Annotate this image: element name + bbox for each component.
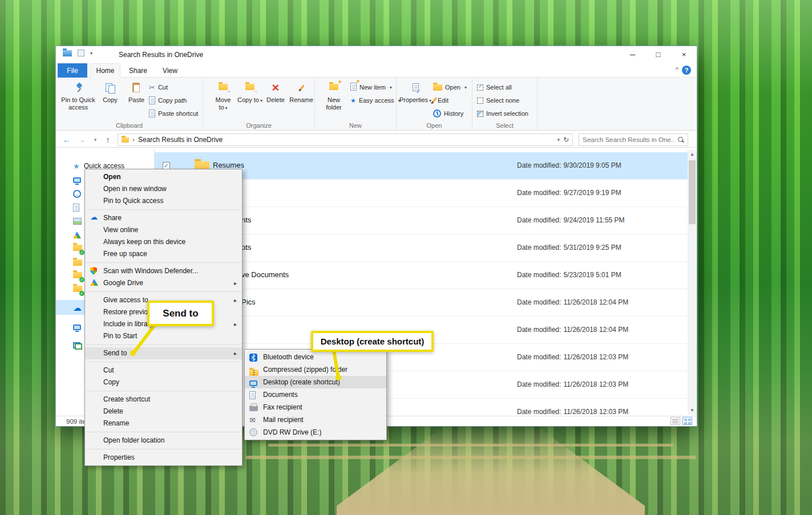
menu-item-copy[interactable]: Copy — [85, 376, 242, 388]
button-label: Easy access — [359, 97, 394, 104]
select-all-icon — [477, 84, 483, 91]
submenu-item-bluetooth-device[interactable]: Bluetooth device — [245, 351, 386, 363]
thumbnails-view-button[interactable] — [682, 417, 692, 425]
menu-item-view-online[interactable]: View online — [85, 224, 242, 236]
minimize-button[interactable]: ─ — [620, 46, 645, 63]
paste-button[interactable]: Paste — [124, 79, 148, 120]
address-dropdown-icon[interactable]: ▾ — [557, 137, 560, 143]
menu-item-delete[interactable]: Delete — [85, 405, 242, 417]
paste-shortcut-button[interactable]: Paste shortcut — [149, 108, 198, 119]
sidebar-item[interactable] — [73, 202, 86, 213]
tab-share[interactable]: Share — [123, 63, 153, 78]
back-button[interactable]: ← — [60, 133, 73, 146]
edit-pencil-icon — [431, 97, 437, 104]
scrollbar-thumb[interactable] — [689, 160, 696, 224]
rename-button[interactable]: Rename — [289, 79, 314, 120]
group-label: Organize — [203, 122, 314, 129]
new-item-button[interactable]: New item ▾ — [350, 82, 392, 93]
menu-item-open[interactable]: Open — [85, 171, 242, 183]
move-to-icon: → — [219, 80, 228, 95]
sidebar-item[interactable] — [73, 216, 86, 227]
date-modified: Date modified:9/27/2019 9:19 PM — [517, 189, 621, 197]
menu-item-open-folder-location[interactable]: Open folder location — [85, 435, 242, 447]
sidebar-item[interactable]: ↓ — [73, 188, 86, 200]
menu-separator — [86, 391, 241, 391]
menu-item-share[interactable]: ☁ Share — [85, 212, 242, 224]
sidebar-item[interactable] — [73, 243, 86, 254]
sidebar-item[interactable] — [73, 270, 86, 282]
menu-item-scan-with-defender[interactable]: Scan with Windows Defender... — [85, 265, 242, 277]
sidebar-item[interactable] — [73, 257, 86, 268]
qat-customize-dropdown-icon[interactable]: ▾ — [90, 51, 92, 56]
sidebar-item[interactable] — [73, 284, 86, 295]
easy-access-button[interactable]: ★ Easy access ▾ — [350, 95, 401, 106]
select-all-button[interactable]: Select all — [477, 82, 512, 93]
search-input[interactable] — [583, 136, 674, 143]
cut-button[interactable]: ✂ Cut — [149, 82, 168, 93]
menu-item-rename[interactable]: Rename — [85, 417, 242, 429]
menu-item-send-to[interactable]: Send to ▸ — [85, 347, 242, 359]
edit-button[interactable]: Edit — [433, 95, 449, 106]
menu-item-always-keep-on-device[interactable]: Always keep on this device — [85, 236, 242, 248]
sidebar-item[interactable] — [73, 229, 86, 241]
sidebar-item[interactable] — [73, 175, 86, 186]
move-to-button[interactable]: → Move to▾ — [211, 79, 236, 120]
button-label: Copy — [103, 96, 118, 104]
file-name: Pics — [241, 298, 256, 306]
close-button[interactable]: × — [671, 46, 697, 63]
menu-item-cut[interactable]: Cut — [85, 364, 242, 376]
menu-item-open-in-new-window[interactable]: Open in new window — [85, 183, 242, 195]
up-button[interactable]: ↑ — [102, 133, 114, 146]
details-view-button[interactable] — [670, 417, 680, 425]
scroll-down-icon[interactable]: ▼ — [688, 406, 697, 415]
sidebar-item-this-pc[interactable] — [73, 322, 86, 333]
menu-item-pin-to-quick-access[interactable]: Pin to Quick access — [85, 195, 242, 207]
refresh-icon[interactable]: ↻ — [563, 136, 569, 144]
tab-file[interactable]: File — [58, 63, 87, 78]
collapse-ribbon-icon[interactable]: ^ — [676, 66, 678, 73]
breadcrumb[interactable]: Search Results in OneDrive — [138, 136, 223, 144]
copy-button[interactable]: Copy — [98, 79, 122, 120]
forward-button[interactable]: → — [75, 133, 88, 146]
recent-locations-dropdown-icon[interactable]: ▾ — [89, 133, 102, 146]
search-icon[interactable] — [677, 136, 684, 143]
menu-item-google-drive[interactable]: Google Drive ▸ — [85, 277, 242, 289]
quick-access-toolbar: ▾ — [63, 50, 92, 56]
maximize-button[interactable]: □ — [645, 46, 671, 63]
pin-to-quick-access-button[interactable]: Pin to Quick access — [60, 79, 96, 120]
delete-button[interactable]: × Delete — [262, 79, 289, 120]
search-box[interactable] — [579, 133, 688, 146]
help-icon[interactable]: ? — [682, 66, 691, 75]
open-button[interactable]: Open ▾ — [433, 82, 467, 93]
history-button[interactable]: History — [433, 108, 463, 119]
scrollbar[interactable]: ▲ ▼ — [688, 150, 697, 415]
button-label: Select all — [486, 84, 512, 91]
menu-item-properties[interactable]: Properties — [85, 452, 242, 464]
select-none-button[interactable]: Select none — [477, 95, 519, 106]
tab-home[interactable]: Home — [90, 63, 120, 78]
submenu-item-fax-recipient[interactable]: Fax recipient — [245, 401, 386, 413]
date-modified: Date modified:5/23/2019 5:01 PM — [517, 271, 621, 279]
qat-properties-icon[interactable] — [78, 50, 84, 56]
address-field[interactable]: › Search Results in OneDrive ▾ ↻ — [118, 133, 573, 146]
submenu-item-desktop-create-shortcut[interactable]: Desktop (create shortcut) — [245, 376, 386, 388]
menu-item-free-up-space[interactable]: Free up space — [85, 248, 242, 260]
monitor-icon — [73, 177, 81, 183]
new-folder-button[interactable]: New folder — [321, 79, 347, 120]
menu-item-create-shortcut[interactable]: Create shortcut — [85, 394, 242, 405]
copy-to-button[interactable]: → Copy to▾ — [237, 79, 262, 120]
menu-item-pin-to-start[interactable]: Pin to Start — [85, 330, 242, 342]
invert-selection-button[interactable]: Invert selection — [477, 108, 528, 119]
scroll-up-icon[interactable]: ▲ — [688, 150, 697, 159]
submenu-item-mail-recipient[interactable]: ✉ Mail recipient — [245, 413, 386, 426]
sidebar-item-network[interactable] — [73, 340, 86, 351]
submenu-item-documents[interactable]: Documents — [245, 388, 386, 401]
date-modified: Date modified:11/26/2018 12:04 PM — [517, 298, 628, 306]
button-label: Copy path — [158, 97, 187, 104]
properties-button[interactable]: Properties▾ — [401, 79, 430, 120]
submenu-item-dvd-rw-drive[interactable]: DVD RW Drive (E:) — [245, 426, 386, 439]
tab-view[interactable]: View — [156, 63, 184, 78]
submenu-item-compressed-folder[interactable]: Compressed (zipped) folder — [245, 363, 386, 376]
copy-path-button[interactable]: Copy path — [149, 95, 187, 106]
group-label: Select — [472, 122, 537, 129]
